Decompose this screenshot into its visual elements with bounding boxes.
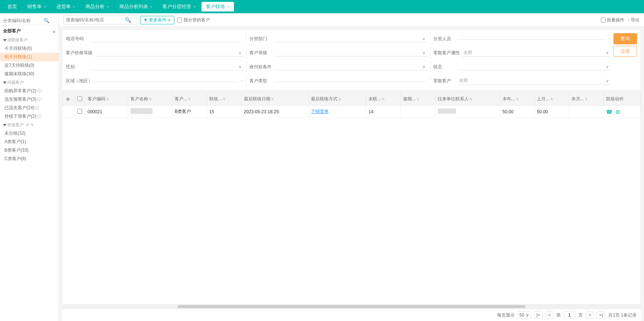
nav-product-analysis[interactable]: 商品分析 × <box>81 2 113 11</box>
customer-table: ⚙ 客户编码 ⇅ 客户名称 ⇅ <box>62 93 641 118</box>
sort-method-icon[interactable]: ⇅ <box>338 97 341 101</box>
manager-more-icon[interactable]: ··· <box>607 37 610 41</box>
query-button[interactable]: 查询 <box>613 33 637 44</box>
settings-button[interactable]: 设置 <box>613 46 637 57</box>
select-all-checkbox[interactable] <box>77 96 82 101</box>
td-code: 000021 <box>85 106 128 118</box>
sidebar-item-declining[interactable]: 持续下滑客户(2) ⓘ <box>0 112 59 121</box>
phone-input[interactable] <box>90 35 243 42</box>
customer-level-select[interactable]: ∨ <box>274 49 427 56</box>
more-conditions-btn[interactable]: ▼ 更多条件 ∧ <box>140 16 174 24</box>
sort-cat-icon[interactable]: ⇅ <box>188 97 191 101</box>
td-this-month <box>569 106 603 118</box>
nav-purchase[interactable]: 进货单 × <box>52 2 80 11</box>
value-refresh-icon[interactable]: ↺ <box>26 122 29 127</box>
sort-this-month-icon[interactable]: ⇅ <box>585 97 588 101</box>
gender-select[interactable]: ∨ <box>90 63 243 70</box>
sidebar-search-input[interactable] <box>3 18 43 23</box>
page-last-btn[interactable]: >| <box>596 311 605 319</box>
toolbar-right: 批量操作 ↑ 导出 <box>601 17 640 23</box>
price-level-select[interactable]: ∨ <box>95 49 243 56</box>
th-last-contact-method: 最后联络方式 ⇅ <box>309 93 366 106</box>
region-more-icon[interactable]: ··· <box>240 79 243 83</box>
sidebar-item-churn-warning[interactable]: 流失预警客户(3) ⓘ <box>0 95 59 104</box>
page-number-input[interactable] <box>564 311 575 319</box>
page-size-chevron-icon: ∨ <box>526 313 529 318</box>
sidebar-item-churned[interactable]: 已流失客户(24) ⓘ <box>0 104 59 112</box>
dept-select[interactable]: ∨ <box>274 35 427 42</box>
status-select[interactable]: ∨ <box>458 63 610 70</box>
sort-contact-count-icon[interactable]: ⇅ <box>223 97 225 101</box>
search-button-icon[interactable]: 🔍 <box>125 17 131 23</box>
action-grid-icon[interactable]: ⊞ <box>616 109 620 115</box>
sidebar-search-icon[interactable]: 🔍 <box>43 18 49 23</box>
info-churn-warning-icon[interactable]: ⓘ <box>37 97 41 102</box>
page-next-btn[interactable]: > <box>586 311 594 319</box>
th-settings[interactable]: ⚙ <box>62 93 74 106</box>
page-first-btn[interactable]: |< <box>534 311 543 319</box>
retail-attr-select[interactable]: 全部∨ <box>462 49 610 57</box>
divider-4 <box>430 47 430 58</box>
sidebar-item-today[interactable]: 今天待联络(0) <box>0 44 59 53</box>
collapse-all-customers-icon[interactable]: « <box>53 28 56 34</box>
nav-sales[interactable]: 销售单 × <box>23 2 50 11</box>
sort-this-year-icon[interactable]: ⇅ <box>516 97 519 101</box>
sort-date-icon[interactable]: ⇅ <box>271 97 274 101</box>
nav-customer-layered[interactable]: 客户分层经营 × <box>158 2 200 11</box>
close-customer-layered-icon[interactable]: × <box>193 5 196 9</box>
sidebar-search-wrap: 🔍 <box>0 16 59 25</box>
close-purchase-icon[interactable]: × <box>73 5 75 9</box>
sidebar-item-7days[interactable]: 近7天待联络(0) <box>0 61 59 70</box>
sidebar: 🔍 全部客户 « 待联络客户 今天待联络(0) 明天待联络(1) 近7天待联络(… <box>0 13 59 321</box>
action-call-icon[interactable]: ☎ <box>606 109 612 115</box>
info-declining-icon[interactable]: ⓘ <box>37 114 41 119</box>
my-customers-checkbox[interactable] <box>177 18 182 23</box>
close-product-analysis-icon[interactable]: × <box>107 5 109 9</box>
sort-name-icon[interactable]: ⇅ <box>149 97 152 101</box>
close-sales-icon[interactable]: × <box>44 5 46 9</box>
my-customers-checkbox-wrap: 我分管的客户 <box>177 17 210 23</box>
page-size-select[interactable]: 50 ∨ <box>518 311 531 319</box>
batch-operation-btn[interactable]: 批量操作 <box>601 17 624 23</box>
sidebar-item-unclassified[interactable]: 未分组(32) <box>0 129 59 138</box>
nav-customer-contact[interactable]: 客户联络 × <box>202 2 234 11</box>
value-edit-icon[interactable]: ✎ <box>31 122 34 127</box>
page-prev-btn[interactable]: < <box>546 311 553 319</box>
sidebar-item-class-a[interactable]: A类客户(1) <box>0 138 59 146</box>
customer-table-wrap: ⚙ 客户编码 ⇅ 客户名称 ⇅ <box>62 93 641 304</box>
sort-person-icon[interactable]: ⇅ <box>469 97 472 101</box>
sidebar-item-repurchase-abnormal[interactable]: 回购异常客户(2) ⓘ <box>0 87 59 95</box>
sort-uncontacted-icon[interactable]: ⇅ <box>382 97 385 101</box>
value-collapse-icon <box>3 124 7 126</box>
sidebar-item-overdue[interactable]: 逾期未联络(30) <box>0 70 59 78</box>
sidebar-item-tomorrow[interactable]: 明天待联络(1) <box>0 53 59 61</box>
info-churned-icon[interactable]: ⓘ <box>35 105 39 111</box>
nav-product-analysis-list[interactable]: 商品分析列表 × <box>115 2 157 11</box>
divider-8 <box>430 75 430 86</box>
settings-gear-icon[interactable]: ⚙ <box>66 97 70 102</box>
filter-payment: 收付款条件 ∨ <box>249 63 427 70</box>
scrollbar-thumb[interactable] <box>178 305 525 308</box>
export-btn[interactable]: ↑ 导出 <box>627 17 640 23</box>
nav-home[interactable]: 首页 <box>3 2 21 11</box>
last-method-link[interactable]: 下销货单 <box>311 109 329 114</box>
sidebar-item-class-b[interactable]: B类客户(33) <box>0 146 59 155</box>
retail-customer-select[interactable]: 全部∨ <box>458 77 610 85</box>
search-input[interactable] <box>66 17 125 23</box>
filter-price-level: 客户价格等级 ∨ <box>66 49 243 56</box>
sort-overdue-icon[interactable]: ⇅ <box>416 97 419 101</box>
sidebar-item-class-c[interactable]: C类客户(6) <box>0 155 59 163</box>
td-overdue <box>400 106 435 118</box>
export-icon: ↑ <box>627 17 630 23</box>
info-repurchase-icon[interactable]: ⓘ <box>37 88 41 94</box>
close-product-analysis-list-icon[interactable]: × <box>150 5 153 9</box>
horizontal-scrollbar[interactable] <box>62 305 641 308</box>
sort-last-month-icon[interactable]: ⇅ <box>550 97 553 101</box>
row-checkbox[interactable] <box>77 109 82 114</box>
sort-code-icon[interactable]: ⇅ <box>106 97 109 101</box>
batch-checkbox[interactable] <box>601 18 606 23</box>
payment-select[interactable]: ∨ <box>274 63 427 70</box>
close-customer-contact-icon[interactable]: × <box>227 5 230 9</box>
th-this-month: 本月... ⇅ <box>569 93 603 106</box>
customer-type-select[interactable] <box>274 80 427 82</box>
